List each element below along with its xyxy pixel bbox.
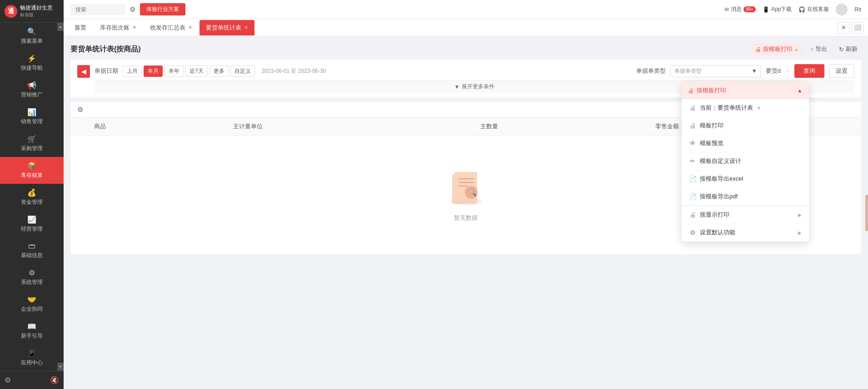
filter-row-date: 单据日期 上月 本月 本年 近7天 更多 自定义 2023-06-01 至 20… (95, 64, 854, 78)
app-name: 畅捷通好生意 (20, 5, 53, 12)
date-current-month[interactable]: 本月 (144, 66, 163, 77)
inventory-icon: 📦 (27, 162, 36, 170)
default-func-icon: ⚙ (689, 229, 696, 236)
tab-close-all-button[interactable]: ✕ (838, 22, 849, 34)
template-pdf-label: 按模板导出pdf (700, 192, 738, 201)
sidebar-item-shortcut[interactable]: ⚡ 快捷导航 (0, 50, 64, 76)
dropdown-template-custom[interactable]: ✏ 模板自定义设计 (682, 152, 809, 170)
settings-button[interactable]: 设置 (829, 64, 854, 78)
sidebar-label-collab: 企业协同 (21, 305, 43, 313)
template-print-icon: 🖨 (689, 122, 696, 129)
headset-icon: 🎧 (798, 6, 805, 13)
filter-expand-icon[interactable]: ◀ (77, 65, 90, 78)
date-custom[interactable]: 自定义 (230, 66, 255, 77)
username-label: Rit (854, 6, 861, 13)
page-actions: 🖨 按模板打印 ▲ ↑ 导出 ↻ 刷新 (752, 43, 861, 55)
export-button[interactable]: ↑ 导出 (807, 43, 831, 55)
search-input[interactable] (70, 4, 125, 15)
sidebar-item-system[interactable]: ⚙ 系统管理 (0, 264, 64, 291)
sidebar-label-purchase: 采购管理 (21, 145, 43, 152)
current-template-left: 🖨 当前：要货单统计表 (689, 104, 753, 112)
online-service-label: 在线客服 (807, 5, 829, 13)
sidebar-item-purchase[interactable]: 🛒 采购管理 (0, 130, 64, 157)
app-download-button[interactable]: 📱 App下载 (763, 5, 792, 13)
tab-receipt-summary-close[interactable]: ✕ (188, 25, 192, 30)
sidebar-item-search[interactable]: 🔍 搜索菜单 (0, 23, 64, 50)
dropdown-template-excel[interactable]: 📄 按模板导出excel (682, 170, 809, 188)
sidebar-item-apps[interactable]: 📱 应用中心 (0, 344, 64, 371)
tab-receipt-summary[interactable]: 收发存汇总表 ✕ (144, 20, 199, 35)
template-excel-icon: 📄 (689, 175, 696, 182)
sidebar-item-sales[interactable]: 📊 销售管理 (0, 103, 64, 130)
tab-order-stats-label: 要货单统计表 (206, 24, 241, 32)
date-more[interactable]: 更多 (210, 66, 229, 77)
tab-order-stats-close[interactable]: ✕ (244, 25, 248, 30)
sidebar-item-base[interactable]: 🗃 基础信息 (0, 237, 64, 264)
display-print-icon: 🖨 (689, 211, 696, 218)
dropdown-display-print[interactable]: 🖨 按显示打印 ▶ (682, 206, 809, 224)
th-quantity: 主数量 (475, 118, 650, 136)
table-settings-icon[interactable]: ⚙ (77, 106, 83, 114)
printer-header-icon: 🖨 (688, 87, 694, 94)
chevron-up-dropdown-icon[interactable]: ▲ (797, 87, 803, 94)
content-area: 要货单统计表(按商品) 🖨 按模板打印 ▲ ↑ 导出 ↻ 刷新 (64, 36, 868, 389)
avatar[interactable] (836, 4, 848, 15)
lightning-icon: ⚡ (27, 54, 36, 63)
chevron-down-expand-icon: ▼ (454, 84, 460, 90)
sidebar-label-sales: 销售管理 (21, 118, 43, 126)
operation-icon: 📈 (27, 215, 36, 224)
th-product: 商品 (89, 118, 228, 136)
trial-button[interactable]: 体验行业方案 (140, 3, 185, 15)
sidebar-item-marketing[interactable]: 📢 营销推广 (0, 76, 64, 103)
sidebar-item-guide[interactable]: 📖 新手引导 (0, 318, 64, 344)
sidebar-label-base: 基础信息 (21, 252, 43, 259)
online-service-button[interactable]: 🎧 在线客服 (798, 5, 829, 13)
date-prev-month[interactable]: 上月 (123, 66, 142, 77)
collab-icon: 🤝 (27, 295, 36, 304)
vertical-scrollbar[interactable] (865, 195, 868, 231)
sidebar-scroll-up[interactable]: ▲ (57, 23, 64, 31)
print-template-button[interactable]: 🖨 按模板打印 ▲ (752, 43, 803, 55)
template-custom-icon: ✏ (689, 157, 696, 165)
message-button[interactable]: ✉ 消息 99+ (724, 5, 756, 13)
query-button[interactable]: 查询 (794, 64, 824, 78)
dropdown-template-pdf[interactable]: 📄 按模板导出pdf (682, 188, 809, 206)
tab-order-stats[interactable]: 要货单统计表 ✕ (200, 20, 254, 35)
base-icon: 🗃 (28, 242, 35, 250)
date-7days[interactable]: 近7天 (185, 66, 208, 77)
type-select[interactable]: 单据单类型 ▼ (670, 65, 761, 77)
current-template-label: 当前：要货单统计表 (700, 104, 753, 112)
finance-icon: 💰 (27, 188, 36, 197)
date-range-text: 2023-06-01 至 2023-06-30 (262, 67, 326, 75)
dropdown-template-print[interactable]: 🖨 模板打印 (682, 117, 809, 135)
empty-icon: 🔍 (443, 167, 489, 208)
sidebar-item-collab[interactable]: 🤝 企业协同 (0, 291, 64, 318)
tab-inventory-batch-close[interactable]: ✕ (132, 25, 136, 30)
dropdown-default-func[interactable]: ⚙ 设置默认功能 ▶ (682, 224, 809, 242)
search-icon: 🔍 (27, 27, 36, 36)
speaker-icon[interactable]: 🔇 (50, 376, 59, 384)
tab-home[interactable]: 首页 (68, 20, 93, 35)
sidebar-item-finance[interactable]: 💰 资金管理 (0, 184, 64, 211)
sidebar-label-search: 搜索菜单 (21, 37, 43, 45)
topbar-left: ⚙ 体验行业方案 (70, 3, 185, 15)
tab-inventory-batch[interactable]: 库存批次账 ✕ (94, 20, 143, 35)
current-template-icon: 🖨 (689, 104, 696, 111)
gear-button[interactable]: ⚙ (130, 5, 135, 14)
sidebar-label-guide: 新手引导 (21, 332, 43, 340)
sidebar-scroll-down[interactable]: ▼ (57, 363, 64, 371)
sidebar-label-operation: 经营管理 (21, 225, 43, 233)
dropdown-template-preview[interactable]: 👁 模板预览 (682, 135, 809, 152)
template-print-label: 模板打印 (700, 121, 723, 130)
tab-expand-button[interactable]: ⬜ (852, 22, 863, 34)
settings-footer-icon[interactable]: ⚙ (5, 376, 11, 384)
refresh-button[interactable]: ↻ 刷新 (835, 43, 861, 55)
sidebar-item-inventory[interactable]: 📦 库存核算 (0, 157, 64, 184)
sidebar-item-operation[interactable]: 📈 经营管理 (0, 211, 64, 237)
date-current-year[interactable]: 本年 (165, 66, 184, 77)
dropdown-current-template[interactable]: 🖨 当前：要货单统计表 ▼ (682, 99, 809, 117)
page-header: 要货单统计表(按商品) 🖨 按模板打印 ▲ ↑ 导出 ↻ 刷新 (70, 43, 861, 55)
default-func-left: ⚙ 设置默认功能 (689, 228, 735, 237)
order-type-label: 要货d (766, 67, 781, 75)
sales-icon: 📊 (27, 108, 36, 116)
